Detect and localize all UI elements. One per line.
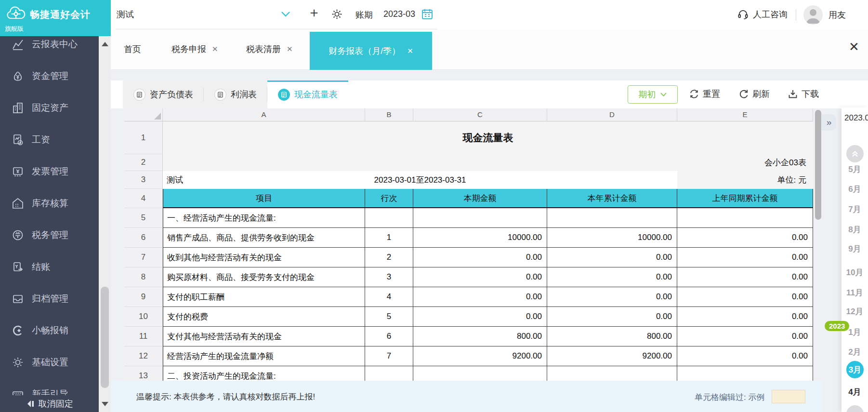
sidebar-item-closing[interactable]: 结账 bbox=[0, 251, 99, 283]
month-item[interactable]: 8月 bbox=[842, 224, 868, 235]
report-tab-income-statement[interactable]: 利润表 bbox=[204, 80, 267, 108]
value-cell[interactable] bbox=[547, 366, 677, 381]
report-tab-cash-flow-active[interactable]: 现金流量表 bbox=[267, 80, 348, 108]
sidebar-scroll-down-icon[interactable] bbox=[102, 402, 108, 406]
column-header-d[interactable]: D bbox=[547, 108, 677, 121]
add-account-button[interactable]: ＋ bbox=[307, 6, 321, 19]
item-cell[interactable]: 经营活动产生的现金流量净额 bbox=[163, 346, 365, 366]
sidebar-item-fixed-assets[interactable]: 固定资产 bbox=[0, 92, 99, 124]
month-item[interactable]: 6月 bbox=[842, 184, 868, 195]
value-cell[interactable]: 10000.00 bbox=[413, 228, 547, 248]
value-cell[interactable]: 0.00 bbox=[677, 248, 813, 267]
column-header-c[interactable]: C bbox=[413, 108, 547, 121]
row-number[interactable]: 9 bbox=[124, 287, 163, 307]
table-header-current[interactable]: 本期金额 bbox=[413, 189, 547, 208]
value-cell[interactable]: 10000.00 bbox=[547, 228, 677, 248]
month-item[interactable]: 10月 bbox=[842, 267, 868, 278]
line-cell[interactable]: 5 bbox=[365, 307, 413, 327]
close-tab-icon[interactable]: ✕ bbox=[407, 47, 413, 55]
row-number[interactable]: 11 bbox=[124, 327, 163, 346]
column-header-a[interactable]: A bbox=[163, 108, 365, 121]
line-cell[interactable] bbox=[365, 366, 413, 381]
sidebar-item-cloud-reports[interactable]: 云报表中心 bbox=[0, 36, 99, 60]
sidebar-scrollbar-thumb[interactable] bbox=[101, 287, 109, 388]
month-item[interactable]: 4月 bbox=[842, 386, 868, 398]
month-item[interactable]: 11月 bbox=[842, 287, 868, 298]
user-name[interactable]: 用友 bbox=[829, 9, 846, 21]
refresh-button[interactable]: 刷新 bbox=[738, 88, 770, 100]
close-tab-icon[interactable]: ✕ bbox=[287, 45, 293, 53]
value-cell[interactable] bbox=[413, 366, 547, 381]
line-cell[interactable] bbox=[365, 208, 413, 228]
line-cell[interactable]: 6 bbox=[365, 327, 413, 346]
row-number[interactable]: 13 bbox=[124, 366, 163, 381]
chevron-down-icon[interactable] bbox=[280, 11, 291, 19]
table-header-ytd[interactable]: 本年累计金额 bbox=[547, 189, 677, 208]
month-item[interactable]: 2月 bbox=[842, 346, 868, 358]
row-number[interactable]: 1 bbox=[124, 121, 163, 154]
row-number[interactable]: 6 bbox=[124, 228, 163, 248]
item-cell[interactable]: 收到其他与经营活动有关的现金 bbox=[163, 248, 365, 267]
value-cell[interactable]: 800.00 bbox=[547, 327, 677, 346]
download-button[interactable]: 下载 bbox=[788, 88, 819, 100]
table-header-line[interactable]: 行次 bbox=[365, 189, 413, 208]
value-cell[interactable]: 800.00 bbox=[413, 327, 547, 346]
settings-gear-icon[interactable] bbox=[330, 8, 343, 23]
calendar-icon[interactable] bbox=[421, 8, 434, 22]
value-cell[interactable]: 0.00 bbox=[677, 307, 813, 327]
sidebar-item-payroll[interactable]: 工资 bbox=[0, 124, 99, 156]
value-cell[interactable]: 9200.00 bbox=[413, 346, 547, 366]
entity-daterange-cell[interactable]: 测试 2023-03-01至2023-03-31 bbox=[163, 171, 677, 189]
value-cell[interactable] bbox=[677, 208, 813, 228]
value-cell[interactable]: 0.00 bbox=[677, 287, 813, 307]
report-tab-balance-sheet[interactable]: 资产负债表 bbox=[123, 80, 204, 108]
value-cell[interactable]: 0.00 bbox=[413, 267, 547, 287]
tab-tax-filing[interactable]: 税务申报 ✕ bbox=[171, 43, 218, 55]
sidebar-item-funds[interactable]: 资金管理 bbox=[0, 60, 99, 92]
tab-home[interactable]: 首页 bbox=[124, 43, 141, 55]
line-cell[interactable]: 3 bbox=[365, 267, 413, 287]
sheet-scrollbar-thumb[interactable] bbox=[815, 110, 821, 220]
value-cell[interactable]: 9200.00 bbox=[547, 346, 677, 366]
reset-button[interactable]: 重置 bbox=[689, 88, 720, 100]
sidebar-item-settings[interactable]: 基础设置 bbox=[0, 346, 99, 378]
row-number[interactable]: 7 bbox=[124, 248, 163, 267]
item-cell[interactable]: 一、经营活动产生的现金流量: bbox=[163, 208, 365, 228]
sidebar-scrollbar[interactable] bbox=[99, 36, 111, 412]
item-cell[interactable]: 购买原材料、商品、接受劳务支付的现金 bbox=[163, 267, 365, 287]
month-item[interactable]: 7月 bbox=[842, 204, 868, 215]
value-cell[interactable]: 0.00 bbox=[547, 287, 677, 307]
unpin-sidebar-button[interactable]: 取消固定 bbox=[0, 395, 99, 412]
sheet-scrollbar[interactable] bbox=[815, 110, 821, 379]
value-cell[interactable]: 0.00 bbox=[547, 248, 677, 267]
value-cell[interactable] bbox=[677, 366, 813, 381]
value-cell[interactable]: 0.00 bbox=[677, 346, 813, 366]
sidebar-scroll-up-icon[interactable] bbox=[102, 42, 108, 46]
value-cell[interactable]: 0.00 bbox=[547, 267, 677, 287]
close-tab-icon[interactable]: ✕ bbox=[212, 45, 218, 53]
row-number[interactable]: 5 bbox=[124, 208, 163, 228]
value-cell[interactable]: 0.00 bbox=[677, 327, 813, 346]
scroll-months-down-button[interactable] bbox=[846, 405, 864, 412]
value-cell[interactable] bbox=[413, 208, 547, 228]
month-item[interactable]: 12月 bbox=[842, 306, 868, 317]
sidebar-item-archive[interactable]: 归档管理 bbox=[0, 283, 99, 315]
month-item-active[interactable]: 3月 bbox=[846, 361, 864, 378]
scroll-months-up-button[interactable] bbox=[846, 145, 864, 162]
row-number[interactable]: 3 bbox=[124, 171, 163, 189]
item-cell[interactable]: 支付的税费 bbox=[163, 307, 365, 327]
value-cell[interactable]: 0.00 bbox=[677, 267, 813, 287]
line-cell[interactable]: 2 bbox=[365, 248, 413, 267]
value-cell[interactable]: 0.00 bbox=[547, 307, 677, 327]
tab-tax-register[interactable]: 税表清册 ✕ bbox=[246, 43, 293, 55]
sidebar-item-reimburse[interactable]: 小畅报销 bbox=[0, 315, 99, 346]
column-header-b[interactable]: B bbox=[365, 108, 413, 121]
row-number[interactable]: 8 bbox=[124, 267, 163, 287]
value-cell[interactable]: 0.00 bbox=[413, 287, 547, 307]
row-number[interactable]: 12 bbox=[124, 346, 163, 366]
form-code-cell[interactable]: 会小企03表 bbox=[163, 154, 813, 171]
row-number[interactable]: 10 bbox=[124, 307, 163, 327]
item-cell[interactable]: 销售产成品、商品、提供劳务收到的现金 bbox=[163, 228, 365, 248]
month-item[interactable]: 5月 bbox=[842, 164, 868, 175]
sidebar-item-invoices[interactable]: 发票管理 bbox=[0, 156, 99, 187]
